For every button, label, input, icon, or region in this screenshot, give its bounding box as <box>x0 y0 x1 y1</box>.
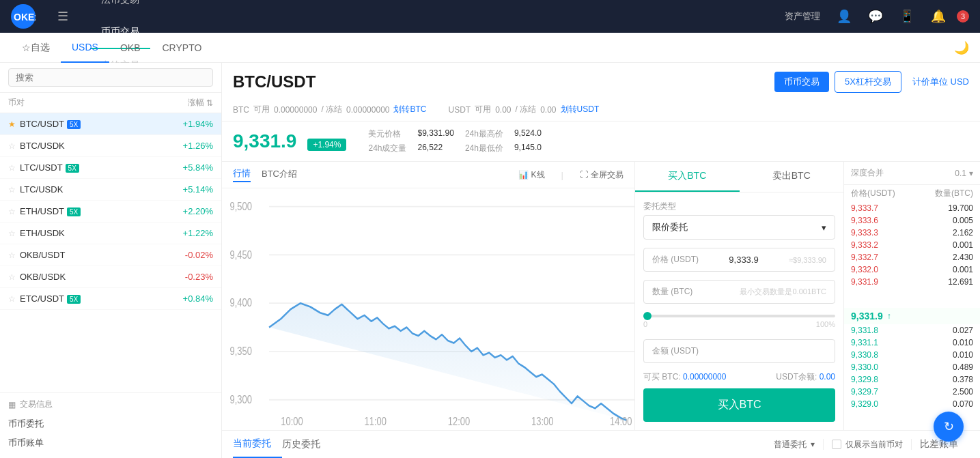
pair-item[interactable]: ☆ ETH/USDT5X +2.20% <box>0 201 221 223</box>
user-icon[interactable]: 👤 <box>831 9 857 24</box>
depth-bid-row[interactable]: 9,331.80.027 <box>844 324 980 337</box>
spot-trade-btn[interactable]: 币币交易 <box>774 72 829 92</box>
qty-slider[interactable] <box>643 315 835 317</box>
star-icon[interactable]: ☆ <box>8 294 16 304</box>
depth-ask-row[interactable]: 9,333.32.162 <box>844 227 980 239</box>
pair-item[interactable]: ☆ LTC/USDT5X +5.84% <box>0 157 221 179</box>
hamburger-icon[interactable]: ☰ <box>57 9 68 24</box>
depth-bid-row[interactable]: 9,330.80.010 <box>844 349 980 361</box>
order-type-select[interactable]: 限价委托 ▾ <box>643 215 835 240</box>
pair-item[interactable]: ☆ OKB/USDT -0.02% <box>0 244 221 266</box>
star-icon[interactable]: ☆ <box>8 229 16 238</box>
star-icon[interactable]: ☆ <box>8 185 16 195</box>
logo[interactable]: OKEx <box>11 4 36 29</box>
sidebar-link-bills[interactable]: 币币账单 <box>8 433 213 453</box>
depth-bid-row[interactable]: 9,331.10.010 <box>844 337 980 349</box>
bid-qty: 0.010 <box>953 338 973 347</box>
pair-item[interactable]: ☆ ETH/USDK +1.22% <box>0 223 221 244</box>
pair-change: +1.26% <box>165 141 213 151</box>
slider-label-left: 0 <box>643 320 647 328</box>
amount-input[interactable]: 金额 (USDT) <box>643 339 835 363</box>
lever-trade-btn[interactable]: 5X杠杆交易 <box>835 71 901 93</box>
svg-text:9,350: 9,350 <box>230 345 252 358</box>
ask-qty: 0.005 <box>953 216 973 225</box>
notification-badge: 3 <box>957 10 969 23</box>
col-change-header: 涨幅 ⇅ <box>165 97 213 109</box>
price-input[interactable]: 价格 (USDT) 9,333.9 ≈$9,333.90 <box>643 248 835 272</box>
price-change-badge: +1.94% <box>307 139 346 151</box>
pair-item[interactable]: ☆ LTC/USDK +5.14% <box>0 179 221 201</box>
svg-text:9,300: 9,300 <box>230 394 252 406</box>
depth-ask-row[interactable]: 9,332.00.001 <box>844 263 980 276</box>
sub-nav-crypto[interactable]: CRYPTO <box>151 33 212 63</box>
pair-item[interactable]: ★ BTC/USDT5X +1.94% <box>0 113 221 135</box>
sub-nav-favorites[interactable]: ☆ 自选 <box>11 33 61 63</box>
theme-toggle-icon[interactable]: 🌙 <box>954 40 969 55</box>
star-icon[interactable]: ★ <box>8 119 16 129</box>
ask-price: 9,332.7 <box>851 253 878 262</box>
depth-dropdown-icon: ▾ <box>969 169 973 178</box>
trade-info-icon: ▦ <box>8 400 16 410</box>
bottom-tab-current[interactable]: 当前委托 <box>233 431 282 458</box>
pair-change: +5.14% <box>165 184 213 195</box>
svg-text:10:00: 10:00 <box>281 416 303 428</box>
bell-icon[interactable]: 🔔 <box>925 9 951 24</box>
chart-action-kline[interactable]: 📊 K线 <box>518 169 545 181</box>
current-pair-checkbox[interactable] <box>832 440 841 449</box>
depth-ask-row[interactable]: 9,332.72.430 <box>844 251 980 263</box>
nav-fiat[interactable]: 法币交易 <box>90 0 150 16</box>
slider-thumb[interactable] <box>643 312 652 320</box>
depth-bid-row[interactable]: 9,329.80.378 <box>844 373 980 386</box>
depth-merge-select[interactable]: 0.1 ▾ <box>955 169 973 178</box>
chart-tab-market[interactable]: 行情 <box>233 167 251 182</box>
refresh-button[interactable]: ↻ <box>934 412 964 442</box>
depth-ask-row[interactable]: 9,331.912.691 <box>844 276 980 288</box>
transfer-btc-link[interactable]: 划转BTC <box>393 104 426 115</box>
depth-ask-row[interactable]: 9,333.60.005 <box>844 214 980 227</box>
sub-nav-usds[interactable]: USDS <box>61 33 109 63</box>
chat-icon[interactable]: 💬 <box>863 9 888 24</box>
sidebar-link-orders[interactable]: 币币委托 <box>8 414 213 433</box>
star-icon[interactable]: ☆ <box>8 163 16 173</box>
chart-tab-intro[interactable]: BTC介绍 <box>262 168 297 182</box>
transfer-usdt-link[interactable]: 划转USDT <box>561 104 600 115</box>
chart-action-fullscreen[interactable]: ⛶ 全屏交易 <box>580 169 624 181</box>
bottom-tab-history[interactable]: 历史委托 <box>282 431 331 457</box>
pair-change: +0.84% <box>165 294 213 304</box>
pair-change: +2.20% <box>165 206 213 216</box>
buy-button[interactable]: 买入BTC <box>643 388 835 422</box>
sidebar-section-trade-info: ▦ 交易信息 币币委托 币币账单 <box>0 392 221 458</box>
star-icon[interactable]: ☆ <box>8 251 16 260</box>
pair-item[interactable]: ☆ OKB/USDK -0.23% <box>0 266 221 288</box>
depth-bid-row[interactable]: 9,330.00.489 <box>844 361 980 373</box>
ask-qty: 2.430 <box>953 253 973 262</box>
sub-nav: ☆ 自选 USDS OKB CRYPTO 🌙 <box>0 33 980 63</box>
order-tab-sell[interactable]: 卖出BTC <box>740 162 844 192</box>
depth-ask-row[interactable]: 9,333.719.700 <box>844 202 980 214</box>
trade-body: 行情 BTC介绍 📊 K线 | ⛶ 全屏交易 <box>222 162 980 430</box>
pair-item[interactable]: ☆ BTC/USDK +1.26% <box>0 135 221 157</box>
asset-mgmt-btn[interactable]: 资产管理 <box>779 10 826 23</box>
star-icon[interactable]: ☆ <box>8 207 16 216</box>
depth-bid-row[interactable]: 9,329.00.070 <box>844 398 980 410</box>
bid-qty: 0.010 <box>953 350 973 360</box>
search-input[interactable] <box>8 68 213 87</box>
asset-btc: BTC 可用 0.00000000 / 冻结 0.00000000 划转BTC <box>233 104 426 115</box>
svg-text:9,500: 9,500 <box>230 201 252 213</box>
star-icon[interactable]: ☆ <box>8 272 16 282</box>
bottom-order-type[interactable]: 普通委托 ▾ <box>774 439 815 450</box>
pair-change: -0.23% <box>165 272 213 282</box>
qty-input[interactable]: 数量 (BTC) 最小交易数量是0.001BTC <box>643 280 835 304</box>
bottom-tabs: 当前委托 历史委托 普通委托 ▾ 仅展示当前币对 比差账单 <box>222 430 980 458</box>
sub-nav-okb[interactable]: OKB <box>109 33 152 63</box>
depth-ask-row[interactable]: 9,333.20.001 <box>844 239 980 251</box>
dropdown-icon: ▾ <box>822 223 826 233</box>
bid-qty: 0.027 <box>953 326 973 335</box>
order-tab-buy[interactable]: 买入BTC <box>635 162 740 192</box>
phone-icon[interactable]: 📱 <box>894 9 920 24</box>
depth-bid-row[interactable]: 9,329.72.500 <box>844 386 980 398</box>
star-icon[interactable]: ☆ <box>8 141 16 151</box>
calc-unit-val[interactable]: USD <box>951 76 969 87</box>
bid-price: 9,330.8 <box>851 350 878 360</box>
pair-item[interactable]: ☆ ETC/USDT5X +0.84% <box>0 288 221 310</box>
